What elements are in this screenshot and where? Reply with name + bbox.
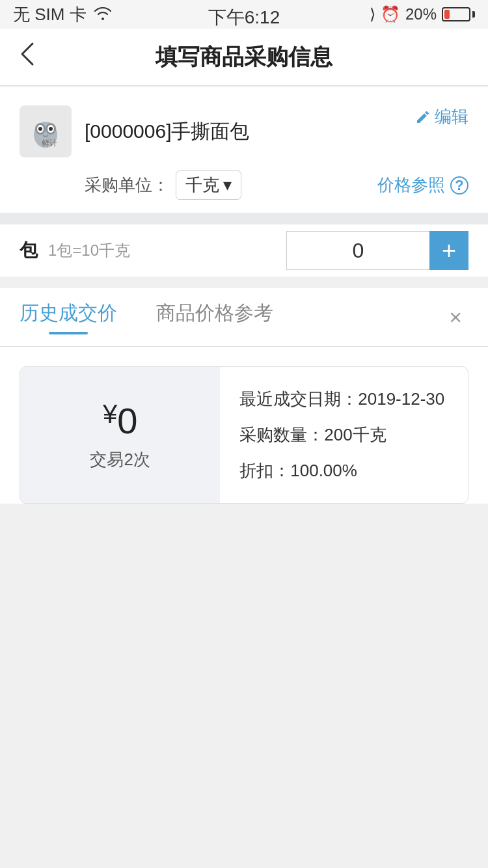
product-thumbnail: 鲜计 — [20, 105, 72, 157]
tabs-close-button[interactable]: × — [442, 298, 468, 336]
edit-label: 编辑 — [435, 105, 468, 128]
product-name: [0000006]手撕面包 — [85, 118, 249, 145]
edit-icon — [415, 109, 431, 125]
tabs-header: 历史成交价 商品价格参考 × — [0, 288, 488, 347]
price-card-right: 最近成交日期：2019-12-30 采购数量：200千克 折扣：100.00% — [220, 367, 468, 503]
help-icon: ? — [450, 176, 468, 195]
price-ref-label: 价格参照 — [377, 174, 445, 197]
price-detail-discount: 折扣：100.00% — [239, 458, 448, 483]
price-card: ¥ 0 交易2次 最近成交日期：2019-12-30 采购数量：200千克 折扣… — [20, 366, 468, 504]
svg-point-6 — [49, 127, 53, 131]
product-left: 鲜计 [0000006]手撕面包 — [20, 105, 249, 157]
price-reference-button[interactable]: 价格参照 ? — [377, 174, 468, 197]
quantity-label: 包 1包=10千克 — [20, 238, 130, 263]
svg-text:鲜计: 鲜计 — [42, 139, 57, 148]
quantity-hint: 1包=10千克 — [48, 240, 130, 261]
status-left: 无 SIM 卡 — [13, 3, 113, 26]
section-divider — [0, 213, 488, 224]
price-card-left: ¥ 0 交易2次 — [20, 367, 220, 503]
battery-icon — [442, 7, 475, 21]
quantity-input[interactable] — [286, 231, 429, 270]
status-time: 下午6:12 — [208, 5, 280, 30]
quantity-plus-button[interactable]: + — [429, 231, 468, 270]
carrier-text: 无 SIM 卡 — [13, 3, 87, 26]
back-button[interactable] — [13, 34, 42, 79]
quantity-control: + — [286, 231, 468, 270]
unit-label: 采购单位： — [85, 174, 169, 197]
quantity-row: 包 1包=10千克 + — [0, 224, 488, 277]
unit-select[interactable]: 千克 ▾ — [176, 170, 241, 200]
dropdown-arrow-icon: ▾ — [223, 175, 232, 195]
unit-value: 千克 — [185, 174, 219, 197]
svg-point-5 — [38, 127, 42, 131]
price-detail-date: 最近成交日期：2019-12-30 — [239, 387, 448, 412]
alarm-icon: ⏰ — [381, 5, 400, 23]
product-image-icon: 鲜计 — [26, 112, 65, 151]
product-meta: 采购单位： 千克 ▾ 价格参照 ? — [20, 170, 468, 200]
price-detail-quantity: 采购数量：200千克 — [239, 422, 448, 448]
wifi-icon — [93, 5, 113, 25]
status-bar: 无 SIM 卡 下午6:12 ⟩ ⏰ 20% — [0, 0, 488, 29]
location-icon: ⟩ — [370, 5, 375, 23]
edit-button[interactable]: 编辑 — [415, 105, 468, 128]
page-title: 填写商品采购信息 — [156, 42, 332, 72]
price-transactions: 交易2次 — [90, 448, 150, 471]
empty-space — [0, 517, 488, 868]
product-section: 鲜计 [0000006]手撕面包 编辑 采购单位： 千克 ▾ 价格参照 ? — [0, 87, 488, 213]
product-header: 鲜计 [0000006]手撕面包 编辑 — [20, 105, 468, 157]
tab-history-price[interactable]: 历史成交价 — [20, 300, 117, 334]
price-amount: 0 — [117, 400, 137, 442]
tabs-area: 历史成交价 商品价格参考 × ¥ 0 交易2次 最近成交日期：2019-12-3… — [0, 288, 488, 504]
tab-product-price-ref[interactable]: 商品价格参考 — [156, 300, 273, 334]
status-right: ⟩ ⏰ 20% — [370, 5, 475, 23]
tabs-list: 历史成交价 商品价格参考 — [20, 300, 273, 334]
price-currency-symbol: ¥ — [103, 400, 117, 429]
nav-bar: 填写商品采购信息 — [0, 29, 488, 86]
battery-pct: 20% — [405, 5, 437, 23]
quantity-unit-badge: 包 — [20, 238, 38, 263]
